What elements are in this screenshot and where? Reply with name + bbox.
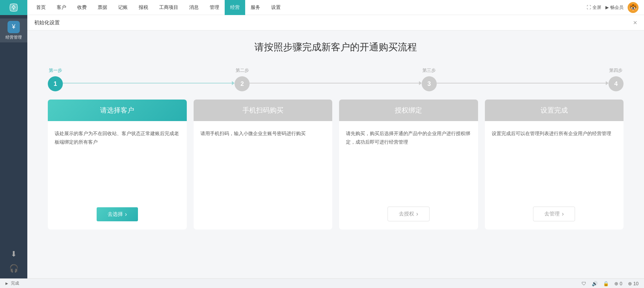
card-4-btn[interactable]: 去管理 › — [533, 207, 575, 221]
member-btn[interactable]: ▶ 畅会员 — [605, 4, 624, 11]
nav-items: 首页 客户 收费 票据 记账 报税 工商项目 消息 管理 经营 服务 设置 — [27, 0, 587, 15]
nav-customer[interactable]: 客户 — [51, 0, 72, 15]
card-4-btn-label: 去管理 — [544, 211, 560, 217]
content-header: 初始化设置 × — [27, 15, 644, 30]
close-button[interactable]: × — [633, 19, 637, 26]
step-1-circle: 1 — [48, 76, 63, 91]
main-layout: ¥ 经营管理 ⬇ 🎧 初始化设置 × 请按照步骤完成新客户的开通购买流程 第一步… — [0, 15, 644, 278]
nav-right: ⛶ 全屏 ▶ 畅会员 🐯 — [587, 2, 644, 13]
sidebar-item-label: 经营管理 — [5, 35, 22, 40]
card-4-body: 设置完成后可以在管理列表进行所有企业用户的经营管理 — [485, 121, 624, 201]
card-1-title: 请选择客户 — [100, 106, 134, 114]
lock-icon[interactable]: 🔒 — [603, 281, 609, 286]
connector-2 — [250, 74, 421, 85]
sidebar: ¥ 经营管理 ⬇ 🎧 — [0, 15, 27, 278]
card-3-footer: 去授权 › — [339, 201, 478, 230]
step-3-label: 第三步 — [422, 67, 436, 74]
play-status-icon: ▶ — [5, 282, 8, 285]
nav-settings[interactable]: 设置 — [266, 0, 286, 15]
avatar[interactable]: 🐯 — [628, 2, 639, 13]
status-label: 完成 — [11, 280, 19, 286]
card-3-title: 授权绑定 — [395, 106, 422, 114]
step-4-label: 第四步 — [609, 67, 622, 74]
step-2-circle: 2 — [235, 76, 250, 91]
card-1-body: 该处展示的客户为不在回收站、客户状态正常建账后完成老板端绑定的所有客户 — [48, 121, 187, 202]
top-nav: 首页 客户 收费 票据 记账 报税 工商项目 消息 管理 经营 服务 设置 ⛶ … — [0, 0, 644, 15]
download-icon[interactable]: ⬇ — [11, 250, 17, 259]
arrowhead-1 — [232, 81, 235, 85]
line-1 — [63, 83, 232, 83]
volume-icon[interactable]: 🔊 — [592, 281, 598, 286]
nav-home[interactable]: 首页 — [31, 0, 51, 15]
nav-manage[interactable]: 管理 — [204, 0, 225, 15]
step-card-2: 手机扫码购买 请用手机扫码，输入小微企业主账号密码进行购买 — [194, 100, 333, 230]
connector-3 — [437, 74, 608, 85]
nav-operation[interactable]: 经营 — [225, 0, 245, 15]
step-2-label: 第二步 — [236, 67, 249, 74]
card-3-btn-label: 去授权 — [399, 211, 414, 217]
status-bar: ▶ 完成 🛡 🔊 🔒 ⊕ 0 ⊕ 10 — [0, 278, 644, 288]
card-1-btn[interactable]: 去选择 › — [97, 207, 138, 221]
status-bar-right: 🛡 🔊 🔒 ⊕ 0 ⊕ 10 — [582, 281, 639, 286]
card-1-btn-arrow: › — [125, 211, 127, 218]
card-4-desc: 设置完成后可以在管理列表进行所有企业用户的经营管理 — [492, 131, 611, 136]
card-2-desc: 请用手机扫码，输入小微企业主账号密码进行购买 — [200, 131, 306, 136]
card-3-btn[interactable]: 去授权 › — [388, 207, 430, 221]
main-title: 请按照步骤完成新客户的开通购买流程 — [48, 41, 624, 54]
line-2 — [250, 83, 419, 83]
shield-icon[interactable]: 🛡 — [582, 281, 586, 286]
fullscreen-icon: ⛶ — [587, 5, 591, 10]
card-2-title: 手机扫码购买 — [242, 106, 283, 114]
steps-container: 第一步 1 第二步 2 — [48, 67, 624, 91]
sidebar-bottom: ⬇ 🎧 — [9, 250, 18, 273]
step-1-label: 第一步 — [49, 67, 62, 74]
step-3-indicator: 第三步 3 — [422, 67, 437, 91]
step-1-indicator: 第一步 1 — [48, 67, 63, 91]
step-2-indicator: 第二步 2 — [235, 67, 250, 91]
message-count[interactable]: ⊕ 10 — [628, 281, 639, 286]
headset-icon[interactable]: 🎧 — [9, 264, 18, 273]
step-4-indicator: 第四步 4 — [608, 67, 624, 91]
content-area: 初始化设置 × 请按照步骤完成新客户的开通购买流程 第一步 1 第 — [27, 15, 644, 278]
card-3-desc: 请先购买，购买后选择开通的产品中的企业用户进行授权绑定，成功后即可进行经营管理 — [346, 131, 470, 145]
nav-tax[interactable]: 报税 — [133, 0, 154, 15]
card-2-body: 请用手机扫码，输入小微企业主账号密码进行购买 — [194, 121, 333, 216]
card-1-desc: 该处展示的客户为不在回收站、客户状态正常建账后完成老板端绑定的所有客户 — [55, 131, 179, 145]
card-4-title: 设置完成 — [541, 106, 568, 114]
nav-accounting[interactable]: 记账 — [113, 0, 133, 15]
nav-bill[interactable]: 票据 — [92, 0, 113, 15]
card-4-btn-arrow: › — [562, 210, 564, 218]
card-1-btn-label: 去选择 — [108, 211, 123, 218]
sidebar-item-management[interactable]: ¥ 经营管理 — [0, 18, 27, 42]
card-4-footer: 去管理 › — [485, 201, 624, 230]
arrowhead-2 — [419, 81, 422, 85]
card-3-btn-arrow: › — [416, 210, 418, 218]
nav-message[interactable]: 消息 — [184, 0, 204, 15]
page-content: 请按照步骤完成新客户的开通购买流程 第一步 1 第二步 2 — [27, 30, 644, 278]
notification-count[interactable]: ⊕ 0 — [614, 281, 622, 286]
step-card-3: 授权绑定 请先购买，购买后选择开通的产品中的企业用户进行授权绑定，成功后即可进行… — [339, 100, 478, 230]
cards-row: 请选择客户 该处展示的客户为不在回收站、客户状态正常建账后完成老板端绑定的所有客… — [48, 100, 624, 230]
card-4-header: 设置完成 — [485, 100, 624, 121]
step-4-circle: 4 — [608, 76, 624, 91]
card-2-header: 手机扫码购买 — [194, 100, 333, 121]
play-icon: ▶ — [605, 5, 609, 10]
member-label: 畅会员 — [610, 4, 624, 11]
management-icon: ¥ — [8, 21, 20, 33]
step-card-4: 设置完成 设置完成后可以在管理列表进行所有企业用户的经营管理 去管理 › — [485, 100, 624, 230]
card-1-header: 请选择客户 — [48, 100, 187, 121]
line-3 — [437, 83, 606, 83]
page-title: 初始化设置 — [34, 19, 60, 26]
step-3-circle: 3 — [422, 76, 437, 91]
fullscreen-label: 全屏 — [592, 4, 601, 11]
step-card-1: 请选择客户 该处展示的客户为不在回收站、客户状态正常建账后完成老板端绑定的所有客… — [48, 100, 187, 230]
card-3-body: 请先购买，购买后选择开通的产品中的企业用户进行授权绑定，成功后即可进行经营管理 — [339, 121, 478, 201]
nav-service[interactable]: 服务 — [245, 0, 266, 15]
nav-fee[interactable]: 收费 — [72, 0, 92, 15]
arrowhead-3 — [606, 81, 608, 85]
card-3-header: 授权绑定 — [339, 100, 478, 121]
card-2-footer — [194, 216, 333, 230]
fullscreen-btn[interactable]: ⛶ 全屏 — [587, 4, 601, 11]
connector-1 — [63, 74, 235, 85]
nav-business[interactable]: 工商项目 — [154, 0, 184, 15]
